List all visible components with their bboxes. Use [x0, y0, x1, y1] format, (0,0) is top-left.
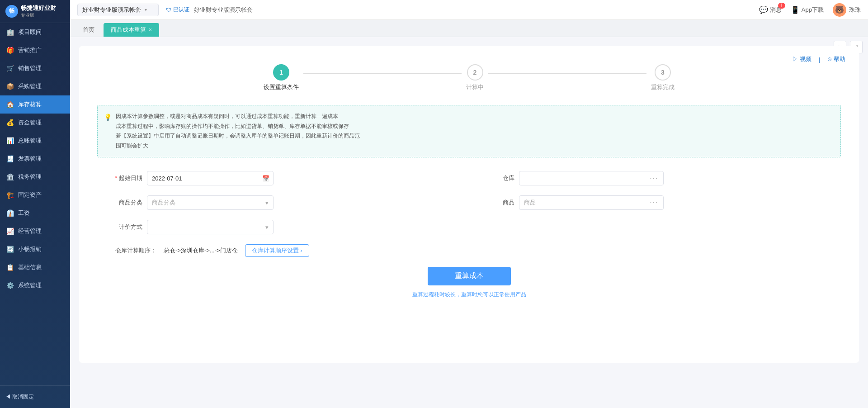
info-icon: 💡 [104, 112, 112, 123]
goods-dots-icon[interactable]: ··· [650, 199, 658, 207]
logo-text: 畅捷通好业财 专业版 [21, 5, 56, 18]
sidebar-item-marketing[interactable]: 🎁 营销推广 [0, 41, 70, 59]
warehouse-label: 仓库 [478, 174, 514, 182]
sidebar-item-purchase[interactable]: 📦 采购管理 [0, 77, 70, 95]
step-2-label: 计算中 [466, 83, 484, 91]
start-date-field: 起始日期 2022-07-01 📅 [106, 171, 460, 185]
step-1: 1 设置重算条件 [264, 64, 299, 91]
step-line-2 [488, 73, 646, 74]
pricing-field: 计价方式 ▾ [106, 220, 832, 234]
assets-icon: 🏗️ [5, 190, 14, 199]
step-2: 2 计算中 [466, 64, 484, 91]
sidebar-item-expense[interactable]: 🔄 小畅报销 [0, 240, 70, 258]
warehouse-order-label: 仓库计算顺序： [115, 247, 156, 255]
account-selector[interactable]: 好业财专业版演示帐套 ▾ [77, 4, 159, 16]
system-icon: ⚙️ [5, 281, 14, 290]
avatar: 🐻 [833, 3, 846, 17]
chevron-down-icon: ▾ [265, 199, 269, 206]
tab-cost-recalc[interactable]: 商品成本重算 × [104, 23, 159, 37]
category-label: 商品分类 [106, 199, 142, 207]
warehouse-field: 仓库 ··· [478, 171, 832, 185]
recalc-hint: 重算过程耗时较长，重算时您可以正常使用产品 [412, 291, 526, 299]
warehouse-dots-icon[interactable]: ··· [650, 174, 658, 182]
form-row-3: 计价方式 ▾ [106, 220, 832, 234]
inventory-icon: 🏠 [5, 100, 14, 109]
category-select[interactable]: 商品分类 ▾ [147, 195, 274, 210]
form-row-1: 起始日期 2022-07-01 📅 仓库 ··· [106, 171, 832, 185]
goods-placeholder: 商品 [524, 199, 650, 207]
step-line-1 [303, 73, 462, 74]
tax-icon: 🏛️ [5, 172, 14, 181]
sidebar-bottom: ◀ 取消固定 [0, 385, 70, 408]
chevron-down-icon: ▾ [265, 224, 269, 231]
sidebar-nav: 🏢 项目顾问 🎁 营销推广 🛒 销售管理 📦 采购管理 🏠 库存核算 💰 资金管… [0, 23, 70, 385]
sidebar-logo: 畅 畅捷通好业财 专业版 [0, 0, 70, 23]
step-3: 3 重算完成 [651, 64, 675, 91]
shield-icon: 🛡 [166, 7, 171, 13]
step-2-circle: 2 [467, 64, 483, 81]
start-date-label: 起始日期 [106, 174, 142, 182]
step-3-label: 重算完成 [651, 83, 675, 91]
basic-icon: 📋 [5, 263, 14, 272]
pricing-select[interactable]: ▾ [147, 220, 274, 234]
sidebar-item-invoice[interactable]: 🧾 发票管理 [0, 150, 70, 168]
recalc-button[interactable]: 重算成本 [428, 267, 511, 285]
main-area: 好业财专业版演示帐套 ▾ 🛡 已认证 好业财专业版演示帐套 💬 消息 1 📱 A… [70, 0, 868, 408]
warehouse-order-settings-button[interactable]: 仓库计算顺序设置 › [245, 244, 309, 257]
message-button[interactable]: 💬 消息 1 [759, 5, 782, 14]
tab-bar: 首页 商品成本重算 × [70, 20, 868, 37]
message-icon: 💬 [759, 5, 768, 14]
tab-close-icon[interactable]: × [149, 27, 152, 33]
start-date-input[interactable]: 2022-07-01 📅 [147, 171, 274, 185]
company-name: 好业财专业版演示帐套 [194, 6, 253, 14]
marketing-icon: 🎁 [5, 46, 14, 55]
panel-top-links: ▷ 视频 | ⊙ 帮助 [792, 55, 845, 63]
sidebar-item-project[interactable]: 🏢 项目顾问 [0, 23, 70, 41]
form-row-2: 商品分类 商品分类 ▾ 商品 商品 ··· [106, 195, 832, 210]
sidebar-item-inventory[interactable]: 🏠 库存核算 [0, 95, 70, 114]
phone-icon: 📱 [791, 5, 800, 14]
content-panel: ▷ 视频 | ⊙ 帮助 1 设置重算条件 2 计算中 [79, 46, 859, 363]
finance-icon: 💰 [5, 118, 14, 127]
tab-home[interactable]: 首页 [75, 23, 102, 37]
operations-icon: 📈 [5, 227, 14, 236]
header-right: 💬 消息 1 📱 App下载 🐻 珠珠 [759, 3, 861, 17]
category-field: 商品分类 商品分类 ▾ [106, 195, 460, 210]
sidebar-item-assets[interactable]: 🏗️ 固定资产 [0, 186, 70, 204]
info-box: 💡 因成本计算参数调整，或是对商品成本有疑问时，可以通过成本重算功能，重新计算一… [97, 105, 841, 157]
step-1-circle: 1 [273, 64, 289, 81]
pricing-label: 计价方式 [106, 223, 142, 231]
invoice-icon: 🧾 [5, 154, 14, 163]
sidebar-item-payroll[interactable]: 👔 工资 [0, 204, 70, 222]
goods-label: 商品 [478, 199, 514, 207]
app-download-button[interactable]: 📱 App下载 [791, 5, 824, 14]
chevron-down-icon: ▾ [145, 7, 147, 12]
notification-badge: 1 [778, 3, 785, 9]
purchase-icon: 📦 [5, 82, 14, 91]
sales-icon: 🛒 [5, 64, 14, 73]
content-area: × ⤢ ▷ 视频 | ⊙ 帮助 1 设置重算条件 [70, 37, 868, 408]
sidebar-item-sales[interactable]: 🛒 销售管理 [0, 59, 70, 77]
sidebar-item-accounting[interactable]: 📊 总账管理 [0, 132, 70, 150]
sidebar-item-tax[interactable]: 🏛️ 税务管理 [0, 168, 70, 186]
divider: | [819, 56, 820, 63]
sidebar-item-basic[interactable]: 📋 基础信息 [0, 258, 70, 276]
user-menu-button[interactable]: 🐻 珠珠 [833, 3, 861, 17]
warehouse-input[interactable]: ··· [519, 171, 664, 185]
goods-input[interactable]: 商品 ··· [519, 195, 664, 210]
logo-icon: 畅 [5, 5, 18, 18]
sidebar-item-finance[interactable]: 💰 资金管理 [0, 114, 70, 132]
calendar-icon[interactable]: 📅 [262, 175, 269, 182]
expense-icon: 🔄 [5, 245, 14, 254]
help-link[interactable]: ⊙ 帮助 [827, 55, 845, 63]
sidebar-item-system[interactable]: ⚙️ 系统管理 [0, 276, 70, 294]
accounting-icon: 📊 [5, 136, 14, 145]
goods-field: 商品 商品 ··· [478, 195, 832, 210]
video-link[interactable]: ▷ 视频 [792, 55, 811, 63]
sidebar-item-operations[interactable]: 📈 经营管理 [0, 222, 70, 240]
step-indicator: 1 设置重算条件 2 计算中 3 重算完成 [97, 60, 841, 91]
info-box-content: 因成本计算参数调整，或是对商品成本有疑问时，可以通过成本重算功能，重新计算一遍成… [116, 112, 832, 151]
unpin-button[interactable]: ◀ 取消固定 [0, 389, 70, 404]
recalc-section: 重算成本 重算过程耗时较长，重算时您可以正常使用产品 [97, 267, 841, 299]
payroll-icon: 👔 [5, 209, 14, 218]
